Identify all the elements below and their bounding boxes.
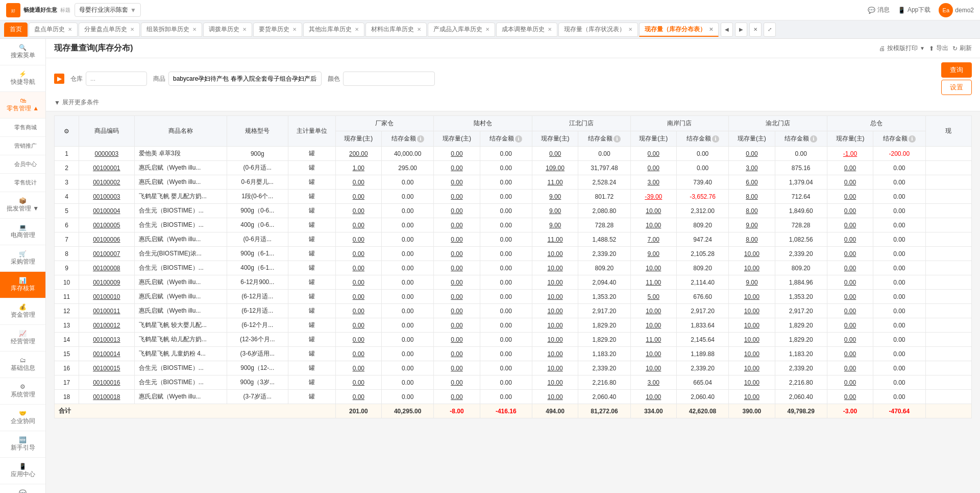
row-f-qty[interactable]: 200.00 [335,147,381,161]
row-ny-qty[interactable]: 10.00 [630,261,676,275]
tab-7-close[interactable]: ✕ [417,27,421,32]
sidebar-item-wechat[interactable]: 💬 企业微信 [0,484,45,493]
expand-trigger-btn[interactable]: ▶ [54,74,64,84]
sidebar-item-retail-mgmt[interactable]: 🛍 零售管理 ▲ [0,92,45,119]
row-code[interactable]: 00100005 [79,218,134,232]
row-t-qty[interactable]: 0.00 [827,275,873,290]
tab-close-all-btn[interactable]: ✕ [749,22,762,37]
row-ny-qty[interactable]: 10.00 [630,390,676,404]
row-f-qty[interactable]: 1.00 [335,161,381,175]
tab-9[interactable]: 成本调整单历史 ✕ [496,22,557,37]
row-t-qty[interactable]: 0.00 [827,347,873,361]
row-yb-qty[interactable]: 10.00 [729,347,775,361]
row-f-qty[interactable]: 0.00 [335,190,381,204]
tab-4[interactable]: 调拨单历史 ✕ [203,22,252,37]
row-code[interactable]: 00100008 [79,261,134,275]
tab-10[interactable]: 现存量（库存状况表） ✕ [558,22,638,37]
setting-btn[interactable]: 设置 [941,80,972,95]
tab-11[interactable]: 现存量（库存分布表） ✕ [639,22,719,37]
row-jb-qty[interactable]: 11.00 [532,232,578,247]
table-settings-icon[interactable]: ⚙ [64,128,69,135]
tab-1-close[interactable]: ✕ [68,27,72,32]
row-t-qty[interactable]: 0.00 [827,190,873,204]
row-code[interactable]: 00100015 [79,361,134,375]
query-btn[interactable]: 查询 [941,62,972,78]
sidebar-item-operations[interactable]: 📈 经营管理 [0,325,45,351]
row-yb-qty[interactable]: 10.00 [729,304,775,318]
row-ny-qty[interactable]: 10.00 [630,318,676,333]
row-ny-qty[interactable]: 10.00 [630,361,676,375]
tab-5[interactable]: 要货单历史 ✕ [253,22,302,37]
row-t-qty[interactable]: -1.00 [827,147,873,161]
table-container[interactable]: ⚙ 商品编码 商品名称 规格型号 主计量单位 厂家仓 陆村仓 江北门店 南岸门店… [46,111,980,493]
tab-4-close[interactable]: ✕ [242,27,247,32]
row-f-qty[interactable]: 0.00 [335,333,381,347]
row-f-qty[interactable]: 0.00 [335,304,381,318]
row-l-qty[interactable]: 0.00 [434,347,480,361]
row-code[interactable]: 0000003 [79,147,134,161]
row-t-qty[interactable]: 0.00 [827,290,873,304]
row-jb-qty[interactable]: 10.00 [532,261,578,275]
row-l-qty[interactable]: 0.00 [434,161,480,175]
row-code[interactable]: 00100018 [79,390,134,404]
row-t-qty[interactable]: 0.00 [827,318,873,333]
sidebar-item-system[interactable]: ⚙ 系统管理 [0,378,45,405]
sidebar-item-ecommerce[interactable]: 💻 电商管理 [0,219,45,245]
row-jb-qty[interactable]: 10.00 [532,333,578,347]
row-ny-qty[interactable]: 0.00 [630,147,676,161]
row-l-qty[interactable]: 0.00 [434,304,480,318]
row-t-qty[interactable]: 0.00 [827,361,873,375]
tab-home[interactable]: 首页 [4,22,28,37]
row-l-qty[interactable]: 0.00 [434,275,480,290]
tab-prev-btn[interactable]: ◀ [721,22,733,37]
row-f-qty[interactable]: 0.00 [335,218,381,232]
sidebar-item-guide[interactable]: 🆕 新手引导 [0,431,45,458]
sidebar-item-member[interactable]: 会员中心 [0,155,45,174]
row-yb-qty[interactable]: 3.00 [729,161,775,175]
row-yb-qty[interactable]: 8.00 [729,232,775,247]
sidebar-item-app-center[interactable]: 📱 应用中心 [0,458,45,484]
row-yb-qty[interactable]: 10.00 [729,361,775,375]
sidebar-item-basic[interactable]: 🗂 基础信息 [0,351,45,378]
tab-3[interactable]: 组装拆卸单历史 ✕ [141,22,202,37]
row-l-qty[interactable]: 0.00 [434,190,480,204]
row-code[interactable]: 00100014 [79,347,134,361]
row-ny-qty[interactable]: 11.00 [630,275,676,290]
industry-select[interactable]: 母婴行业演示陈套 ▼ [75,3,141,17]
tab-3-close[interactable]: ✕ [192,27,197,32]
row-yb-qty[interactable]: 8.00 [729,190,775,204]
row-yb-qty[interactable]: 9.00 [729,275,775,290]
row-yb-qty[interactable]: 10.00 [729,375,775,390]
row-jb-qty[interactable]: 10.00 [532,347,578,361]
warehouse-input[interactable]: ... [86,72,147,86]
sidebar-item-wholesale[interactable]: 📦 批发管理 ▼ [0,192,45,219]
tab-2[interactable]: 分量盘点单历史 ✕ [79,22,140,37]
row-t-qty[interactable]: 0.00 [827,204,873,218]
row-l-qty[interactable]: 0.00 [434,175,480,190]
row-yb-qty[interactable]: 10.00 [729,247,775,261]
row-code[interactable]: 00100009 [79,275,134,290]
sidebar-item-inventory[interactable]: 📊 库存核算 [0,272,45,298]
row-yb-qty[interactable]: 0.00 [729,147,775,161]
row-code[interactable]: 00100007 [79,247,134,261]
tab-8-close[interactable]: ✕ [485,27,489,32]
row-f-qty[interactable]: 0.00 [335,318,381,333]
tab-5-close[interactable]: ✕ [292,27,297,32]
ny-amt-info-icon[interactable]: ℹ [712,135,719,143]
row-code[interactable]: 00100013 [79,333,134,347]
row-l-qty[interactable]: 0.00 [434,232,480,247]
row-t-qty[interactable]: 0.00 [827,218,873,232]
row-t-qty[interactable]: 0.00 [827,333,873,347]
row-yb-qty[interactable]: 10.00 [729,390,775,404]
row-jb-qty[interactable]: 10.00 [532,247,578,261]
row-t-qty[interactable]: 0.00 [827,375,873,390]
sidebar-item-retail-stat[interactable]: 零售统计 [0,174,45,192]
row-ny-qty[interactable]: 11.00 [630,333,676,347]
row-ny-qty[interactable]: 3.00 [630,175,676,190]
row-ny-qty[interactable]: 3.00 [630,375,676,390]
row-l-qty[interactable]: 0.00 [434,147,480,161]
tab-9-close[interactable]: ✕ [548,27,552,32]
export-btn[interactable]: ⬆ 导出 [929,44,948,53]
row-jb-qty[interactable]: 10.00 [532,290,578,304]
row-jb-qty[interactable]: 9.00 [532,190,578,204]
